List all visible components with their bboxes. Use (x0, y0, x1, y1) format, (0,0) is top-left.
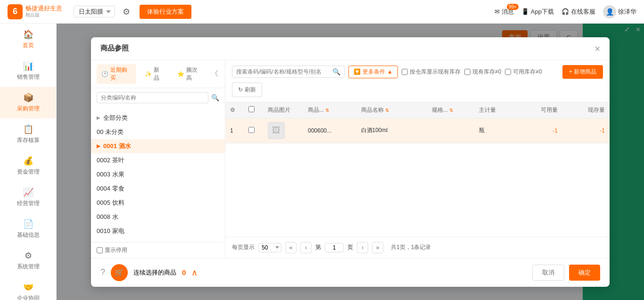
footer-collapse-icon[interactable]: ∧ (191, 267, 198, 278)
col-spec-label: 规格... (432, 107, 448, 113)
tab-frequent-label: 频次高 (186, 66, 202, 82)
page-size-select[interactable]: 50 10 20 100 (258, 243, 281, 252)
logo-text: 畅捷通好生意 (25, 5, 62, 12)
category-water-label: 0008 水 (97, 213, 118, 221)
category-search-input[interactable] (97, 92, 208, 103)
category-water[interactable]: 0008 水 (91, 210, 225, 224)
refresh-table-button[interactable]: ↻ 刷新 (232, 83, 262, 97)
category-beverage[interactable]: 0005 饮料 (91, 196, 225, 210)
home-icon: 🏠 (23, 29, 33, 40)
gear-icon[interactable]: ⚙ (119, 4, 134, 19)
warehouse-stock-check[interactable] (402, 69, 408, 75)
category-uncategorized-label: 00 未分类 (97, 128, 124, 136)
pagination: 每页显示 50 10 20 100 « ‹ 第 页 (225, 237, 610, 258)
next-page-button[interactable]: › (357, 242, 368, 253)
table-row[interactable]: 1 🖼 000600... 白酒100ml (225, 118, 610, 143)
logo-sub: 精品版 (25, 12, 62, 18)
show-disabled-checkbox[interactable] (97, 247, 103, 253)
sidebar-label-finance: 资金管理 (17, 168, 40, 176)
selected-text: 连续选择的商品 (133, 268, 176, 277)
inventory-icon: 📋 (23, 124, 33, 134)
sort-code-icon: ⇅ (325, 108, 329, 113)
available-stock-check[interactable] (505, 69, 511, 75)
service-item[interactable]: 🎧 在线客服 (561, 8, 595, 16)
modal-header: 商品参照 × (91, 37, 610, 60)
col-settings[interactable]: ⚙ (225, 102, 244, 118)
col-name-header[interactable]: 商品名称 ⇅ (356, 102, 427, 118)
row-stock: -1 (562, 118, 610, 143)
sidebar-item-purchase[interactable]: 📦 采购管理 (0, 87, 56, 118)
sidebar-item-inventory[interactable]: 📋 库存核算 (0, 118, 56, 150)
app-label: App下载 (531, 8, 554, 16)
first-page-button[interactable]: « (285, 242, 297, 253)
modal-title: 商品参照 (100, 44, 129, 53)
current-page-input[interactable] (325, 243, 344, 252)
category-liquor[interactable]: ▶ 0001 酒水 (91, 139, 225, 153)
modal-overlay: 商品参照 × 🕐 近期购买 ✨ 新 (57, 24, 644, 300)
user-item[interactable]: 👤 徐泽华 (603, 5, 636, 18)
add-product-button[interactable]: + 新增商品 (562, 65, 603, 79)
category-liquor-label: 0001 酒水 (103, 142, 131, 150)
tab-frequent[interactable]: ⭐ 频次高 (173, 64, 206, 84)
row-num: 1 (225, 118, 244, 143)
row-check[interactable] (244, 118, 263, 143)
sidebar-item-finance[interactable]: 💰 资金管理 (0, 150, 56, 182)
show-disabled-label[interactable]: 显示停用 (97, 246, 127, 254)
cancel-button[interactable]: 取消 (532, 265, 564, 281)
layout: 🏠 首页 📊 销售管理 📦 采购管理 📋 库存核算 💰 资金管理 📈 经营管理 … (0, 24, 644, 300)
message-item[interactable]: ✉ 消息 99 (495, 8, 514, 16)
filter-button[interactable]: 🔽 更多条件 ▲ (348, 66, 398, 78)
sidebar-item-sales[interactable]: 📊 销售管理 (0, 55, 56, 87)
category-snack[interactable]: 0004 零食 (91, 182, 225, 196)
cart-button[interactable]: 🛒 (111, 264, 128, 281)
tab-recent-buy[interactable]: 🕐 近期购买 (97, 64, 136, 84)
available-stock-label: 可用库存≠0 (513, 68, 542, 76)
product-search-input[interactable] (236, 68, 330, 75)
sidebar-item-basic[interactable]: 📄 基础信息 (0, 213, 56, 245)
experience-button[interactable]: 体验行业方案 (140, 5, 191, 19)
existing-stock-check[interactable] (464, 69, 471, 75)
sidebar-item-home[interactable]: 🏠 首页 (0, 24, 56, 55)
collapse-panel-icon[interactable]: 《 (210, 64, 219, 84)
app-download-item[interactable]: 📱 App下载 (521, 8, 554, 16)
confirm-button[interactable]: 确定 (569, 265, 600, 281)
sidebar-item-enterprise[interactable]: 🤝 企业协同 (0, 276, 56, 300)
tab-new-product[interactable]: ✨ 新品 (140, 64, 169, 84)
sidebar-item-operation[interactable]: 📈 经营管理 (0, 182, 56, 213)
col-spec-header[interactable]: 规格... ⇅ (427, 102, 474, 118)
headset-icon: 🎧 (561, 8, 569, 15)
sidebar-label-system: 系统管理 (17, 263, 40, 271)
selected-count: 0 (182, 268, 186, 276)
category-all[interactable]: ▶ 全部分类 (91, 111, 225, 125)
row-img: 🖼 (263, 118, 303, 143)
row-avail: -1 (515, 118, 562, 143)
help-icon[interactable]: ? (100, 267, 105, 277)
modal-close-icon[interactable]: × (594, 44, 600, 53)
prev-page-button[interactable]: ‹ (300, 242, 312, 253)
warehouse-stock-checkbox[interactable]: 按仓库显示现有库存 (402, 68, 461, 76)
search-category-icon[interactable]: 🔍 (211, 94, 219, 101)
sort-name-icon: ⇅ (385, 108, 389, 113)
col-code-header[interactable]: 商品... ⇅ (303, 102, 356, 118)
select-all-checkbox[interactable] (248, 106, 255, 112)
category-uncategorized[interactable]: 00 未分类 (91, 125, 225, 139)
existing-stock-checkbox[interactable]: 现有库存≠0 (464, 68, 501, 76)
cart-icon: 🛒 (115, 268, 124, 277)
last-page-button[interactable]: » (372, 242, 383, 253)
product-search-box: 🔍 (232, 66, 345, 78)
search-product-icon[interactable]: 🔍 (332, 68, 340, 75)
category-appliance[interactable]: 0010 家电 (91, 224, 225, 238)
arrow-liquor: ▶ (97, 143, 100, 149)
refresh-icon: ↻ (238, 86, 243, 93)
refresh-label: 刷新 (245, 86, 256, 94)
category-appliance-label: 0010 家电 (97, 227, 124, 235)
sort-spec-icon: ⇅ (449, 108, 453, 113)
available-stock-checkbox[interactable]: 可用库存≠0 (505, 68, 542, 76)
row-checkbox[interactable] (248, 127, 255, 133)
category-tea[interactable]: 0002 茶叶 (91, 153, 225, 167)
sidebar-item-system[interactable]: ⚙ 系统管理 (0, 245, 56, 276)
sidebar-label-purchase: 采购管理 (17, 105, 40, 113)
store-select[interactable]: 日太阳膜 (74, 6, 115, 17)
category-fruit[interactable]: 0003 水果 (91, 167, 225, 182)
finance-icon: 💰 (23, 156, 33, 166)
